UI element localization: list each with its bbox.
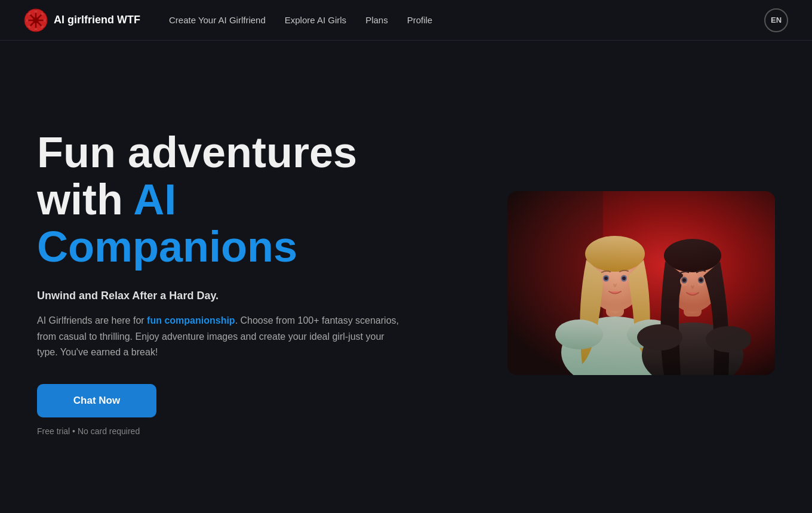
svg-point-10	[28, 12, 31, 15]
svg-rect-40	[508, 191, 775, 375]
language-button[interactable]: EN	[764, 8, 788, 32]
svg-point-12	[41, 12, 44, 15]
nav-link-profile[interactable]: Profile	[407, 15, 433, 25]
hero-image	[508, 191, 775, 375]
svg-point-11	[41, 25, 44, 28]
hero-body: AI Girlfriends are here for fun companio…	[37, 313, 407, 360]
svg-point-6	[35, 10, 38, 13]
nav-right: EN	[764, 8, 788, 32]
hero-heading: Fun adventures with AI Companions	[37, 129, 455, 271]
svg-point-13	[28, 25, 31, 28]
hero-heading-ai: AI	[133, 176, 176, 223]
hero-heading-text1: Fun adventures with	[37, 128, 357, 223]
nav-link-explore[interactable]: Explore AI Girls	[285, 15, 346, 25]
free-trial-note: Free trial • No card required	[37, 426, 140, 436]
svg-point-7	[35, 27, 38, 30]
nav-link-plans[interactable]: Plans	[365, 15, 388, 25]
chat-now-button[interactable]: Chat Now	[37, 384, 156, 417]
hero-body-prefix: AI Girlfriends are here for	[37, 315, 147, 325]
svg-point-8	[26, 19, 29, 21]
navbar: AI girlfriend WTF Create Your AI Girlfri…	[0, 0, 812, 41]
hero-section: Fun adventures with AI Companions Unwind…	[0, 41, 812, 513]
nav-link-create[interactable]: Create Your AI Girlfriend	[169, 15, 266, 25]
svg-point-9	[44, 19, 47, 21]
nav-links: Create Your AI Girlfriend Explore AI Gir…	[169, 15, 764, 25]
brand-logo-icon	[24, 8, 48, 32]
hero-content: Fun adventures with AI Companions Unwind…	[37, 129, 455, 437]
hero-body-link: fun companionship	[147, 315, 235, 325]
brand-logo-link[interactable]: AI girlfriend WTF	[24, 8, 140, 32]
hero-cta-area: Chat Now Free trial • No card required	[37, 384, 455, 437]
hero-subtitle: Unwind and Relax After a Hard Day.	[37, 290, 455, 302]
hero-illustration	[508, 191, 775, 375]
brand-name: AI girlfriend WTF	[54, 14, 140, 26]
hero-heading-companions: Companions	[37, 223, 297, 271]
